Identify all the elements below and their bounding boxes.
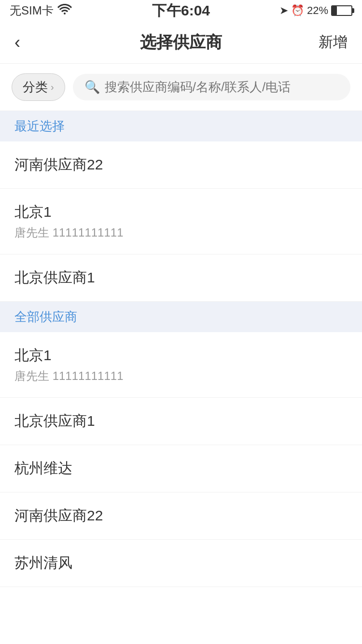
status-time: 下午6:04 [152,1,210,21]
item-name: 北京1 [14,202,348,222]
item-name: 河南供应商22 [14,506,348,526]
list-item[interactable]: 北京1 唐先生 11111111111 [0,332,362,398]
list-item[interactable]: 北京供应商1 [0,254,362,302]
all-section-header: 全部供应商 [0,302,362,332]
list-item[interactable]: 河南供应商22 [0,141,362,189]
list-item[interactable]: 苏州清风 [0,540,362,587]
list-item[interactable]: 杭州维达 [0,445,362,492]
list-item[interactable]: 北京供应商1 [0,398,362,445]
list-item[interactable]: 北京1 唐先生 11111111111 [0,189,362,254]
recent-list: 河南供应商22 北京1 唐先生 11111111111 北京供应商1 [0,141,362,302]
wifi-icon [57,4,72,17]
chevron-right-icon: › [51,82,54,93]
item-name: 北京供应商1 [14,411,348,431]
battery-icon [331,5,352,16]
location-icon: ➤ [279,4,288,17]
all-section-label: 全部供应商 [14,309,77,324]
item-name: 杭州维达 [14,459,348,478]
battery-text: 22% [307,4,328,17]
item-sub: 唐先生 11111111111 [14,225,348,240]
carrier-text: 无SIM卡 [10,3,54,18]
back-button[interactable]: ‹ [14,32,43,53]
search-icon: 🔍 [84,80,100,95]
item-name: 河南供应商22 [14,155,348,175]
search-box: 🔍 [73,74,350,100]
add-button[interactable]: 新增 [319,32,348,52]
status-left: 无SIM卡 [10,3,72,18]
alarm-icon: ⏰ [291,4,304,17]
item-name: 北京供应商1 [14,268,348,288]
category-label: 分类 [23,79,48,96]
nav-bar: ‹ 选择供应商 新增 [0,21,362,64]
item-sub: 唐先生 11111111111 [14,368,348,384]
recent-section-header: 最近选择 [0,111,362,141]
list-item[interactable]: 河南供应商22 [0,492,362,540]
item-name: 苏州清风 [14,553,348,573]
search-input[interactable] [105,80,339,95]
filter-bar: 分类 › 🔍 [0,64,362,111]
page-title: 选择供应商 [140,31,222,54]
status-right: ➤ ⏰ 22% [279,4,352,17]
status-bar: 无SIM卡 下午6:04 ➤ ⏰ 22% [0,0,362,21]
recent-section-label: 最近选择 [14,119,65,133]
item-name: 北京1 [14,346,348,365]
category-button[interactable]: 分类 › [12,73,65,101]
all-list: 北京1 唐先生 11111111111 北京供应商1杭州维达河南供应商22苏州清… [0,332,362,587]
